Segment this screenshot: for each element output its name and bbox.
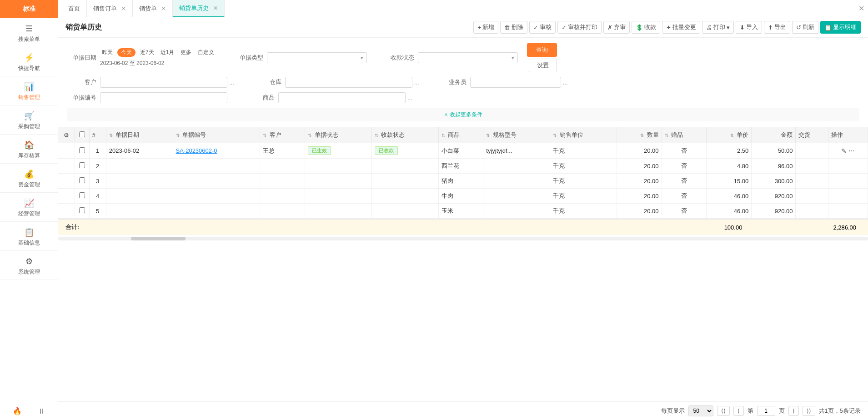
goods-ellipsis[interactable]: ...: [407, 95, 412, 101]
prev-page-button[interactable]: ⟨: [733, 406, 744, 416]
th-docstatus[interactable]: ⇅ 单据状态: [305, 127, 372, 143]
print-button[interactable]: 🖨 打印 ▾: [702, 21, 734, 34]
salesman-ellipsis[interactable]: ...: [563, 79, 568, 86]
th-price[interactable]: ⇅ 单价: [707, 127, 752, 143]
cell-action: [828, 204, 868, 219]
sidebar-item-sales[interactable]: 📊 销售管理: [0, 76, 58, 105]
page-number-label: 第: [748, 407, 753, 415]
th-collectstatus[interactable]: ⇅ 收款状态: [371, 127, 438, 143]
collect-button[interactable]: 💲 收款: [632, 21, 660, 34]
cell-gift: 否: [662, 159, 707, 174]
tab-sales-history-close[interactable]: ✕: [213, 5, 218, 11]
date-1month[interactable]: 近1月: [159, 48, 176, 57]
first-page-button[interactable]: ⟨⟨: [717, 406, 730, 416]
export-button[interactable]: ⬆ 导出: [764, 21, 790, 34]
salesman-label: 业务员: [437, 78, 470, 86]
sort-unit-icon: ⇅: [553, 133, 557, 138]
docno-input[interactable]: [100, 92, 227, 103]
date-7days[interactable]: 近7天: [138, 48, 156, 57]
th-docno[interactable]: ⇅ 单据编号: [173, 127, 260, 143]
doc-no-link[interactable]: SA-20230602-0: [176, 147, 217, 154]
filter-warehouse-item: 仓库 ...: [252, 77, 419, 88]
tab-sales-history[interactable]: 销货单历史 ✕: [173, 0, 225, 17]
sidebar-item-quick-nav[interactable]: ⚡ 快捷导航: [0, 47, 58, 76]
refresh-button[interactable]: ↺ 刷新: [792, 21, 818, 34]
customer-input[interactable]: [100, 77, 227, 88]
sidebar-item-search-menu[interactable]: ☰ 搜索菜单: [0, 18, 58, 47]
th-qty[interactable]: ⇅ 数量: [617, 127, 662, 143]
cell-action: ✎⋯: [828, 143, 868, 159]
row-checkbox-0[interactable]: [79, 147, 85, 153]
salesman-input[interactable]: [470, 77, 561, 88]
date-more[interactable]: 更多: [179, 48, 193, 57]
row-checkbox-2[interactable]: [79, 177, 85, 183]
collapse-button[interactable]: ∧ 收起更多条件: [67, 108, 859, 121]
more-action-btn[interactable]: ⋯: [848, 147, 855, 155]
collect-status-select[interactable]: [418, 52, 518, 63]
th-date[interactable]: ⇅ 单据日期: [106, 127, 173, 143]
th-settings[interactable]: ⚙: [58, 127, 75, 143]
import-button[interactable]: ⬇ 导入: [736, 21, 762, 34]
date-today[interactable]: 今天: [117, 48, 135, 57]
th-gift[interactable]: ⇅ 赠品: [662, 127, 707, 143]
th-customer[interactable]: ⇅ 客户: [260, 127, 305, 143]
sidebar-item-inventory[interactable]: 🏠 库存核算: [0, 135, 58, 164]
th-customer-label: 客户: [270, 131, 281, 138]
delete-button[interactable]: 🗑 删除: [500, 21, 527, 34]
date-yesterday[interactable]: 昨天: [100, 48, 115, 57]
cell-price: 4.80: [707, 159, 752, 174]
footer-total-amount: 2,286.00: [833, 224, 856, 231]
edit-action-btn[interactable]: ✎: [841, 147, 847, 155]
next-page-button[interactable]: ⟩: [788, 406, 799, 416]
tab-sales-goods-close[interactable]: ✕: [161, 5, 166, 12]
sidebar-item-system[interactable]: ⚙ 系统管理: [0, 251, 58, 280]
tab-sales-goods[interactable]: 销货单 ✕: [133, 0, 173, 17]
sidebar-item-finance[interactable]: 💰 资金管理: [0, 164, 58, 193]
th-unit[interactable]: ⇅ 销售单位: [550, 127, 617, 143]
tab-sales-order-close[interactable]: ✕: [121, 5, 126, 12]
customer-ellipsis[interactable]: ...: [229, 79, 234, 86]
doctype-select-wrap: [267, 52, 367, 63]
goods-input[interactable]: [278, 92, 406, 103]
warehouse-input[interactable]: [285, 77, 412, 88]
sidebar-item-basic[interactable]: 📋 基础信息: [0, 222, 58, 251]
th-goods[interactable]: ⇅ 商品: [438, 127, 483, 143]
status-badge: 已生效: [308, 146, 331, 155]
th-spec[interactable]: ⇅ 规格型号: [483, 127, 550, 143]
date-custom[interactable]: 自定义: [196, 48, 216, 57]
query-button[interactable]: 查询: [527, 43, 557, 57]
warehouse-ellipsis[interactable]: ...: [414, 79, 419, 86]
sidebar-item-operations[interactable]: 📈 经营管理: [0, 193, 58, 222]
tab-home[interactable]: 首页: [62, 0, 87, 17]
tab-sales-order[interactable]: 销售订单 ✕: [87, 0, 133, 17]
audit-print-label: 审核并打印: [568, 23, 597, 31]
doctype-label: 单据类型: [234, 54, 267, 62]
tab-bar-close-all[interactable]: ✕: [858, 4, 864, 13]
tab-sales-history-label: 销货单历史: [179, 4, 209, 12]
refresh-icon: ↺: [796, 24, 801, 31]
scroll-thumb[interactable]: [131, 237, 186, 240]
doctype-select[interactable]: [267, 52, 367, 63]
abandon-button[interactable]: ✗ 弃审: [603, 21, 630, 34]
audit-print-button[interactable]: ✓ 审核并打印: [557, 21, 602, 34]
sidebar-item-purchase[interactable]: 🛒 采购管理: [0, 105, 58, 135]
set-button[interactable]: 设置: [529, 59, 557, 72]
last-page-button[interactable]: ⟩⟩: [803, 406, 815, 416]
page-number-input[interactable]: [757, 406, 775, 416]
filter-collect-status-item: 收款状态: [385, 52, 518, 63]
filter-doctype-item: 单据类型: [234, 52, 367, 63]
page-size-select[interactable]: 50 100 200: [688, 405, 713, 416]
fire-icon[interactable]: 🔥: [13, 407, 22, 415]
audit-button[interactable]: ✓ 审核: [529, 21, 556, 34]
sidebar-label-operations: 经营管理: [18, 210, 40, 218]
row-checkbox-1[interactable]: [79, 162, 85, 168]
pause-icon[interactable]: ⏸: [38, 407, 45, 415]
row-checkbox-4[interactable]: [79, 207, 85, 213]
sidebar-bottom: 🔥 ⏸: [0, 402, 58, 420]
new-button[interactable]: + 新增: [473, 21, 498, 34]
show-detail-button[interactable]: 📋 显示明细: [820, 21, 861, 34]
select-all-checkbox[interactable]: [79, 131, 85, 137]
scrollbar[interactable]: [58, 237, 868, 240]
batch-change-button[interactable]: ✦ 批量变更: [662, 21, 700, 34]
row-checkbox-3[interactable]: [79, 192, 85, 198]
